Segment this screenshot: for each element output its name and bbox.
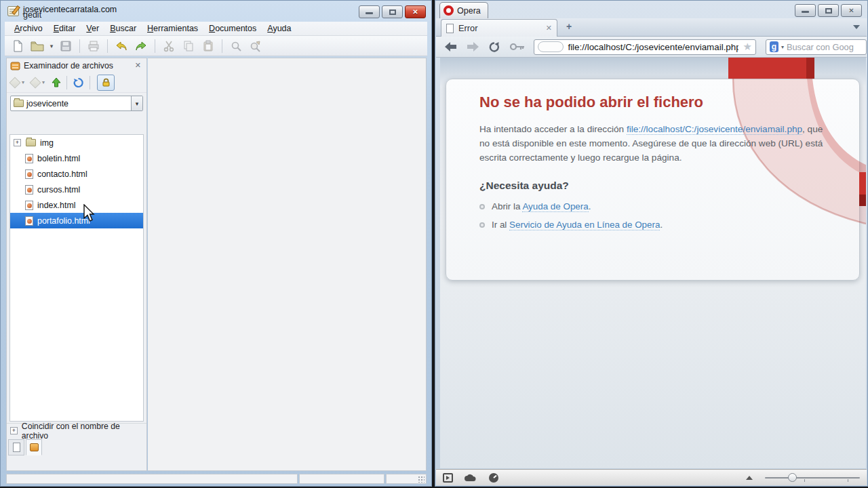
error-page: No se ha podido abrir el fichero Ha inte… [440,58,866,468]
tree-item-label: boletin.html [37,154,80,163]
resize-grip[interactable] [418,476,425,483]
back-icon[interactable] [444,41,457,52]
tab-title: Error [458,23,541,33]
page-favicon [446,24,454,33]
undo-icon[interactable] [113,38,130,54]
gedit-statusbar [6,474,427,484]
refresh-icon[interactable] [73,77,84,88]
search-replace-icon[interactable] [247,38,264,54]
menu-documentos[interactable]: Documentos [203,22,262,35]
online-help-link[interactable]: Servicio de Ayuda en Línea de Opera [509,220,660,230]
help-item: Abrir la Ayuda de Opera. [479,201,839,211]
tree-row-cursos[interactable]: cursos.html [10,182,143,197]
tree-row-img[interactable]: + img [10,135,143,150]
address-input[interactable] [568,42,738,52]
file-browser-icon [10,61,20,70]
bullet-icon [479,204,485,209]
new-document-icon[interactable] [9,38,26,54]
gedit-editor-area[interactable] [148,58,427,471]
opera-menu-button[interactable]: Opera [439,2,488,18]
close-button[interactable]: ✕ [841,4,862,17]
security-badge[interactable] [538,41,564,52]
help-suffix: . [589,201,591,211]
save-icon[interactable] [57,38,75,54]
help-suffix: . [660,220,663,230]
tab-list-chevron-icon[interactable] [853,25,860,29]
error-heading: No se ha podido abrir el fichero [479,94,839,111]
zoom-slider-thumb[interactable] [788,473,797,482]
forward-dropdown-icon[interactable]: ▾ [42,79,45,85]
help-text: Abrir la Ayuda de Opera. [492,201,591,211]
search-engine-dropdown-icon[interactable]: ▾ [781,44,784,50]
gedit-toolbar: ▾ [5,36,427,56]
bullet-icon [479,222,485,228]
gedit-titlebar: gedit josevicentecarratala.com ✕ [5,3,427,21]
opera-help-link[interactable]: Ayuda de Opera [522,201,588,212]
bookmark-star-icon[interactable]: ★ [743,41,751,53]
up-icon[interactable] [52,77,61,87]
location-combobox[interactable]: josevicente ▾ [10,96,143,111]
documents-icon [13,443,20,452]
open-dropdown-icon[interactable]: ▾ [48,43,55,49]
filter-lock-button[interactable] [97,75,115,91]
location-dropdown-icon[interactable]: ▾ [131,96,142,110]
html-file-icon [25,169,33,179]
panel-close-icon[interactable]: ✕ [133,61,143,70]
maximize-button[interactable] [818,4,839,17]
tree-row-index[interactable]: index.html [10,197,143,213]
documents-panel-tab[interactable] [8,439,24,455]
copy-icon[interactable] [180,38,197,54]
back-dropdown-icon[interactable]: ▾ [22,79,24,85]
error-message: Ha intentado acceder a la dirección file… [479,122,827,165]
panels-toggle-icon[interactable] [443,473,453,483]
redo-icon[interactable] [132,38,150,54]
forward-icon[interactable] [467,41,479,52]
gedit-app-icon [7,6,19,16]
tree-row-portafolio-selected[interactable]: portafolio.html [10,213,143,228]
panel-title: Examinador de archivos [24,61,113,70]
menu-editar[interactable]: Editar [48,22,81,35]
opera-turbo-icon[interactable] [488,472,499,483]
menu-ayuda[interactable]: Ayuda [262,22,296,35]
zoom-slider[interactable] [765,473,860,483]
print-icon[interactable] [85,38,102,54]
search-input[interactable] [787,42,863,52]
match-filename-toggle[interactable]: + Coincidir con el nombre de archivo [7,423,146,438]
menu-archivo[interactable]: Archivo [9,22,48,35]
new-tab-button[interactable]: + [564,22,574,33]
open-file-icon[interactable] [28,38,46,54]
menu-herramientas[interactable]: Herramientas [142,22,203,35]
forward-icon[interactable] [30,77,41,88]
expander-icon[interactable]: + [14,139,21,146]
key-icon[interactable] [510,43,525,51]
paste-icon[interactable] [199,38,217,54]
minimize-button[interactable] [795,4,816,17]
tree-row-contacto[interactable]: contacto.html [10,166,143,182]
minimize-button[interactable] [359,5,380,18]
file-browser-panel-tab[interactable] [26,439,42,455]
padlock-icon [102,78,111,87]
search-icon[interactable] [227,38,245,54]
cut-icon[interactable] [160,38,178,54]
gedit-window: gedit josevicentecarratala.com ✕ Archivo… [0,0,432,487]
zoom-popup-icon[interactable] [746,476,753,480]
search-box[interactable]: g ▾ [766,39,867,55]
help-item: Ir al Servicio de Ayuda en Línea de Oper… [479,220,839,230]
location-label: josevicente [26,99,68,108]
opera-link-cloud-icon[interactable] [464,473,477,482]
gedit-menubar: Archivo Editar Ver Buscar Herramientas D… [5,22,427,36]
menu-buscar[interactable]: Buscar [104,22,142,35]
back-icon[interactable] [9,77,21,88]
menu-ver[interactable]: Ver [81,22,104,35]
opera-window: Opera ✕ Error ✕ + ★ g ▾ [435,0,868,487]
tab-close-icon[interactable]: ✕ [546,24,552,33]
mouse-cursor [82,204,95,223]
reload-icon[interactable] [488,41,500,53]
close-button[interactable]: ✕ [405,5,426,18]
error-url-link[interactable]: file://localhost/C:/josevicente/enviamai… [627,124,802,135]
tab-error[interactable]: Error ✕ [441,19,557,37]
tree-row-boletin[interactable]: boletin.html [10,150,143,166]
address-bar[interactable]: ★ [534,39,755,55]
opera-toolbar: ★ g ▾ [436,37,867,58]
maximize-button[interactable] [382,5,403,18]
